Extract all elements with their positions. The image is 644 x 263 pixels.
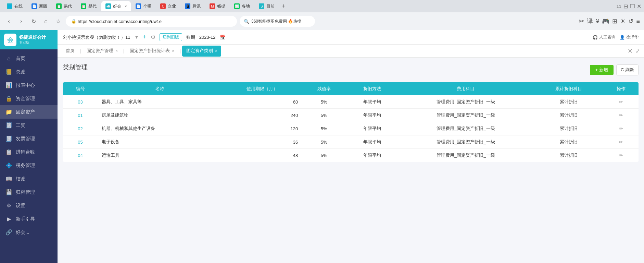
tab-close-category[interactable]: × [215, 49, 217, 53]
sidebar-item-guide[interactable]: ▶ 新手引导 [0, 212, 58, 226]
home-btn[interactable]: ⌂ [41, 16, 51, 26]
user-info: 刘小艳演示套餐（勿删勿动！）11 [63, 34, 130, 40]
bookmark-btn[interactable]: ☆ [53, 16, 63, 26]
logo-sub: 专业版 [19, 40, 46, 45]
tab-icon: 📋 [81, 3, 86, 9]
translate-icon[interactable]: 译 [587, 17, 593, 25]
browser-tab-xinban[interactable]: 📄 新版 [27, 1, 51, 11]
grid-icon[interactable]: ⊞ [612, 17, 617, 25]
sidebar-item-archive[interactable]: 💾 归档管理 [0, 186, 58, 199]
sidebar-logo: 会 畅捷通好会计 专业版 [0, 30, 58, 49]
edit-btn-1[interactable]: ✏ [619, 112, 623, 118]
page-title: 类别管理 [63, 63, 88, 71]
tab-home[interactable]: 首页 [62, 46, 79, 57]
browser-tab-haohui[interactable]: ☁️ 好会 × [101, 1, 131, 11]
browser-tab-yidai2[interactable]: 📋 易代 [77, 1, 101, 11]
refresh-btn[interactable]: C 刷新 [616, 64, 639, 75]
new-tab-btn[interactable]: + [279, 3, 287, 10]
support-btn[interactable]: 🎧 人工咨询 [593, 34, 616, 40]
tab-asset-category[interactable]: 固定资产类别 × [182, 46, 221, 57]
data-table: 编号 名称 使用期限（月） 残值率 折旧方法 费用科目 累计折旧科目 操作 03 [63, 82, 639, 162]
toolbar-icons: ✂ 译 ¥ 🎮 ⊞ ☀ ↺ ≡ [579, 17, 640, 25]
col-accum: 累计折旧科目 [533, 82, 604, 95]
sidebar-item-funds[interactable]: 🔒 资金管理 [0, 92, 58, 105]
browser-tab-yidai1[interactable]: 📋 易代 [52, 1, 76, 11]
calendar-icon[interactable]: 📅 [220, 35, 226, 40]
settings-gear-icon[interactable]: ⚙ [151, 34, 155, 40]
dropdown-arrow[interactable]: ▼ [134, 35, 139, 40]
cell-residual-2: 5% [302, 122, 346, 135]
add-account-btn[interactable]: + [143, 34, 147, 41]
edit-btn-0[interactable]: ✏ [619, 99, 623, 105]
cell-code-1: 01 [63, 109, 98, 122]
cell-code-4: 04 [63, 149, 98, 162]
tab-fixed-assets-mgmt[interactable]: 固定资产管理 × [83, 46, 122, 57]
browser-tab-qiye[interactable]: C 企业 [156, 1, 180, 11]
sidebar-item-invoice[interactable]: 🧾 发票管理 [0, 132, 58, 145]
sidebar-item-checkout[interactable]: 📖 结账 [0, 172, 58, 186]
sidebar-item-settings[interactable]: ⚙ 设置 [0, 199, 58, 212]
tab-icon: 📱 [185, 3, 190, 9]
toolbar: + 新增 C 刷新 [590, 64, 639, 75]
tab-depreciation-table[interactable]: 固定资产折旧统计表 × [126, 46, 178, 57]
sidebar-item-home[interactable]: ⌂ 首页 [0, 52, 58, 65]
ledger-icon: 📒 [5, 69, 12, 75]
cell-expense-0: 管理费用_固定资产折旧_一级 [399, 95, 533, 109]
cell-code-2: 02 [63, 122, 98, 135]
sidebar-item-tax[interactable]: 💠 税务管理 [0, 159, 58, 172]
scissors-icon[interactable]: ✂ [579, 17, 584, 25]
tab-icon: M [210, 3, 215, 9]
user-btn[interactable]: 👤 徐泽华 [620, 34, 639, 40]
search-box[interactable]: 🔍 360智能抠图免费用 🔥热搜 [240, 16, 315, 27]
cell-action-1: ✏ [604, 109, 639, 122]
add-btn[interactable]: + 新增 [590, 65, 614, 75]
game-icon[interactable]: 🎮 [602, 17, 609, 25]
edit-btn-3[interactable]: ✏ [619, 139, 623, 145]
settings-icon: ⚙ [5, 202, 12, 209]
tab-bar: 🌐 在线 📄 新版 📋 易代 📋 易代 ☁️ 好会 × 📄 个税 C 企业 [0, 0, 644, 12]
col-period: 使用期限（月） [223, 82, 302, 95]
tab-divider2: | [123, 48, 124, 53]
close-btn[interactable]: ✕ [637, 3, 641, 10]
browser-tab-gedi[interactable]: 📊 各地 [230, 1, 254, 11]
history-icon[interactable]: ↺ [628, 17, 633, 25]
cell-code-3: 05 [63, 135, 98, 149]
tab-close-mgmt[interactable]: × [115, 49, 117, 53]
url-bar[interactable]: 🔒 https://cloud.chanjet.com/accounting/u… [66, 16, 237, 27]
cell-accum-1: 累计折旧 [533, 109, 604, 122]
tab-close-depreciation[interactable]: × [172, 49, 174, 53]
sidebar-item-general-ledger[interactable]: 📒 总账 [0, 65, 58, 79]
min-btn[interactable]: ⊟ [623, 3, 628, 10]
close-content-icon[interactable]: ✕ [628, 47, 633, 55]
sidebar-item-report[interactable]: 📊 报表中心 [0, 79, 58, 92]
reload-btn[interactable]: ↻ [29, 16, 38, 26]
header-right: 🎧 人工咨询 👤 徐泽华 [593, 34, 639, 40]
wallet-icon[interactable]: ¥ [596, 18, 599, 25]
page-tabs: 首页 | 固定资产管理 × | 固定资产折旧统计表 × | 固定资产类别 × ✕… [58, 45, 644, 58]
browser-tab-muqian[interactable]: S 目前 [255, 1, 279, 11]
sun-icon[interactable]: ☀ [620, 17, 626, 25]
back-btn[interactable]: ‹ [4, 16, 14, 26]
menu-icon[interactable]: ≡ [636, 18, 640, 25]
edit-btn-2[interactable]: ✏ [619, 126, 623, 131]
cell-period-2: 120 [223, 122, 302, 135]
sidebar-item-purchase-sales[interactable]: 📋 进销台账 [0, 145, 58, 159]
sidebar-item-salary[interactable]: 🧾 工资 [0, 119, 58, 132]
cell-method-1: 年限平均 [346, 109, 399, 122]
expand-content-icon[interactable]: ⤢ [635, 48, 640, 54]
browser-tab-tengxun[interactable]: 📱 腾讯 [181, 1, 205, 11]
browser-tab-changte[interactable]: M 畅提 [205, 1, 229, 11]
browser-tab-geshu[interactable]: 📄 个税 [131, 1, 155, 11]
sidebar-item-fixed-assets[interactable]: 📁 固定资产 [0, 105, 58, 119]
browser-tab-zaixian[interactable]: 🌐 在线 [3, 1, 27, 11]
cell-method-4: 年限平均 [346, 149, 399, 162]
edit-btn-4[interactable]: ✏ [619, 153, 623, 158]
restore-btn[interactable]: ❐ [630, 3, 635, 10]
tab-icon: 📋 [56, 3, 62, 9]
switch-to-old-btn[interactable]: 切到旧版 [160, 33, 182, 41]
sidebar-item-other[interactable]: 🔗 好会... [0, 226, 58, 239]
forward-btn[interactable]: › [16, 16, 26, 26]
cell-method-0: 年限平均 [346, 95, 399, 109]
cell-period-4: 48 [223, 149, 302, 162]
tab-close-btn[interactable]: × [125, 4, 127, 8]
